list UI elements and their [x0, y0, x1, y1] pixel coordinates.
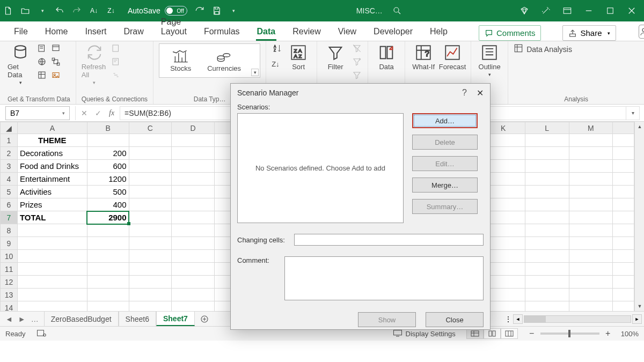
tab-home[interactable]: Home: [44, 27, 69, 41]
row-header[interactable]: 4: [1, 173, 18, 186]
fx-icon[interactable]: fx: [109, 109, 114, 117]
data-types-gallery[interactable]: Stocks Currencies ▾: [159, 43, 260, 78]
from-table-icon[interactable]: [36, 70, 47, 82]
next-sheet-icon[interactable]: ►: [18, 315, 26, 323]
advanced-icon[interactable]: [352, 70, 362, 82]
sheet-tab[interactable]: ZeroBasedBudget: [44, 312, 119, 326]
close-icon[interactable]: [627, 6, 636, 16]
stocks-type[interactable]: Stocks: [170, 49, 191, 72]
undo-icon[interactable]: [55, 6, 64, 16]
data-analysis-button[interactable]: Data Analysis: [526, 45, 572, 54]
row-header[interactable]: 9: [1, 237, 18, 250]
refresh-icon[interactable]: [195, 6, 204, 16]
tab-review[interactable]: Review: [291, 27, 321, 41]
sort-desc-icon[interactable]: Z↓: [106, 6, 116, 16]
hscroll-grip[interactable]: ⋮: [504, 315, 512, 323]
col-header[interactable]: D: [172, 122, 215, 134]
zoom-slider[interactable]: [540, 333, 599, 335]
macro-rec-icon[interactable]: [36, 329, 46, 338]
prev-sheet-icon[interactable]: ◄: [5, 315, 13, 323]
sort-asc-icon[interactable]: A↓: [89, 6, 99, 16]
tab-file[interactable]: File: [13, 27, 29, 41]
tab-insert[interactable]: Insert: [84, 27, 107, 41]
cancel-icon[interactable]: ✕: [81, 109, 87, 117]
window-icon[interactable]: [562, 6, 572, 16]
chevron-down-icon[interactable]: ▾: [229, 6, 239, 16]
maximize-icon[interactable]: [605, 6, 615, 16]
comments-button[interactable]: Comments: [479, 25, 541, 41]
data-analysis-icon[interactable]: [514, 43, 523, 55]
col-header[interactable]: M: [569, 122, 613, 134]
row-header[interactable]: 10: [1, 250, 18, 263]
reapply-icon[interactable]: [352, 57, 362, 68]
enter-icon[interactable]: ✓: [95, 109, 101, 117]
filter-button[interactable]: Filter: [323, 43, 348, 71]
tab-formulas[interactable]: Formulas: [203, 27, 241, 41]
row-header[interactable]: 1: [1, 134, 18, 147]
help-icon[interactable]: ?: [462, 88, 467, 98]
merge-button[interactable]: Merge…: [412, 178, 478, 193]
close-icon[interactable]: ✕: [477, 88, 484, 98]
scroll-up-icon[interactable]: ▲: [635, 122, 644, 131]
properties-icon[interactable]: [111, 57, 121, 68]
sort-button[interactable]: Z AA Z Sort: [286, 43, 311, 71]
scroll-down-icon[interactable]: ▼: [635, 301, 644, 311]
name-box[interactable]: B7▾: [5, 106, 70, 120]
row-header[interactable]: 14: [1, 301, 18, 312]
row-header[interactable]: 12: [1, 276, 18, 289]
new-file-icon[interactable]: [3, 6, 13, 16]
share-button[interactable]: Share▾: [562, 25, 616, 41]
scroll-left-icon[interactable]: ◄: [513, 314, 523, 324]
account-icon[interactable]: [639, 25, 644, 39]
what-if-button[interactable]: ? What-If: [411, 43, 436, 71]
row-header[interactable]: 7: [1, 211, 18, 224]
zoom-level[interactable]: 100%: [621, 330, 639, 338]
sort-za-label[interactable]: Z↓: [272, 60, 282, 68]
tab-view[interactable]: View: [337, 27, 357, 41]
currencies-type[interactable]: Currencies: [207, 49, 241, 72]
sheet-tab[interactable]: Sheet7: [156, 312, 195, 326]
from-web-icon[interactable]: [36, 57, 47, 68]
col-header[interactable]: C: [129, 122, 172, 134]
scenarios-list[interactable]: No Scenarios defined. Choose Add to add: [237, 113, 404, 223]
row-header[interactable]: 6: [1, 198, 18, 211]
diamond-icon[interactable]: [519, 6, 529, 16]
col-header[interactable]: A: [17, 122, 87, 134]
redo-icon[interactable]: [72, 6, 82, 16]
sheet-tab[interactable]: Sheet6: [119, 312, 156, 326]
tab-page-layout[interactable]: Page Layout: [160, 17, 188, 41]
row-header[interactable]: 2: [1, 147, 18, 160]
tab-data[interactable]: Data: [256, 27, 277, 41]
vertical-scrollbar[interactable]: ▲ ▼: [634, 122, 644, 311]
outline-button[interactable]: Outline▾: [477, 43, 502, 77]
select-all-corner[interactable]: ◢: [1, 122, 18, 134]
wand-icon[interactable]: [541, 6, 551, 16]
zoom-out-button[interactable]: −: [528, 329, 536, 338]
col-header[interactable]: B: [87, 122, 129, 134]
view-page-break-icon[interactable]: [501, 328, 518, 339]
tab-draw[interactable]: Draw: [122, 27, 144, 41]
scroll-right-icon[interactable]: ►: [632, 314, 642, 324]
row-header[interactable]: 13: [1, 289, 18, 301]
row-header[interactable]: 5: [1, 186, 18, 198]
get-data-button[interactable]: Get Data▾: [8, 43, 33, 85]
from-text-icon[interactable]: [36, 43, 47, 55]
tab-help[interactable]: Help: [429, 27, 449, 41]
row-header[interactable]: 3: [1, 160, 18, 173]
from-pic-icon[interactable]: [50, 70, 61, 82]
open-icon[interactable]: [20, 6, 30, 16]
search-icon[interactable]: [392, 6, 402, 16]
zoom-in-button[interactable]: +: [604, 329, 612, 338]
row-header[interactable]: 8: [1, 224, 18, 237]
close-button[interactable]: Close: [426, 312, 484, 327]
row-header[interactable]: 11: [1, 263, 18, 276]
chevron-down-icon[interactable]: ▾: [38, 6, 47, 16]
add-sheet-button[interactable]: [195, 312, 214, 326]
horizontal-scrollbar[interactable]: [524, 315, 631, 323]
tab-developer[interactable]: Developer: [372, 27, 414, 41]
save-icon[interactable]: [212, 6, 222, 16]
sort-az-icon[interactable]: AZ: [272, 43, 282, 55]
data-tools-button[interactable]: Data: [374, 43, 399, 71]
expand-formula-icon[interactable]: ▾: [626, 106, 640, 120]
recent-sources-icon[interactable]: [50, 43, 61, 55]
